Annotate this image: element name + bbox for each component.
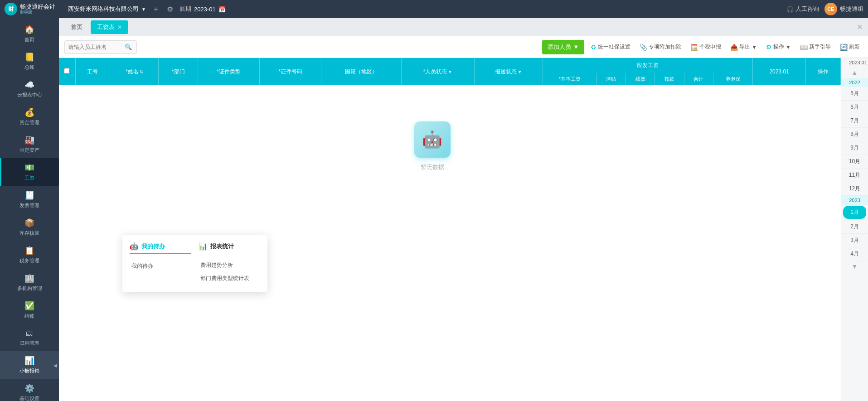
personal-tax-action[interactable]: 🧮 个税申报 <box>688 41 724 53</box>
popup-col-header-reports[interactable]: 📊 报表统计 <box>199 242 260 253</box>
select-all-checkbox[interactable] <box>64 68 70 74</box>
sidebar-item-fund[interactable]: 💰 资金管理 <box>0 103 59 130</box>
cal-month-jan[interactable]: 1月 <box>843 206 866 219</box>
export-chevron-icon: ▼ <box>752 44 757 50</box>
sidebar-item-fixed-asset[interactable]: 🏭 固定资产 <box>0 130 59 158</box>
top-header: 财 畅捷通好会计 财税版 西安虾米网络科技有限公司 ▼ ＋ ⚙ 账期 2023-… <box>0 0 868 18</box>
user-info[interactable]: CE 畅捷通组 <box>824 3 863 15</box>
settlement-icon: ✅ <box>24 301 34 311</box>
popup-col-reports: 📊 报表统计 费用趋势分析 部门费用类型统计表 <box>199 242 260 285</box>
social-security-icon: ♻ <box>591 43 596 51</box>
refresh-icon: 🔄 <box>840 43 848 51</box>
archive-icon: 🗂 <box>25 329 34 338</box>
logo-area: 财 畅捷通好会计 财税版 <box>5 3 63 15</box>
cal-month-oct[interactable]: 10月 <box>841 155 868 169</box>
sidebar-item-tax[interactable]: 📋 税务管理 <box>0 241 59 269</box>
cal-month-nov[interactable]: 11月 <box>841 169 868 182</box>
period-label: 账期 <box>179 5 191 13</box>
calendar-up-btn[interactable]: ▲ <box>841 67 868 78</box>
sidebar-item-inventory[interactable]: 📦 库存核算 <box>0 213 59 241</box>
sidebar-item-settlement[interactable]: ✅ 结账 <box>0 296 59 324</box>
calendar-year-2023[interactable]: 2023 <box>841 196 868 205</box>
empty-state: 🤖 暂无数据 <box>59 85 806 208</box>
salary-table: 工号 *姓名 ⇅ *部门 *证件类型 *证件号码 国籍（地区） *人员状态 ▼ <box>59 58 841 208</box>
add-button[interactable]: ＋ <box>150 4 161 15</box>
empty-row: 🤖 暂无数据 <box>59 85 841 208</box>
refresh-action[interactable]: 🔄 刷新 <box>837 41 863 53</box>
dropdown-arrow-icon: ▼ <box>573 43 579 50</box>
th-cert-no: *证件号码 <box>260 58 321 85</box>
calendar-year-2022[interactable]: 2022 <box>841 78 868 87</box>
operation-action[interactable]: ⚙ 操作 ▼ <box>763 41 794 53</box>
cal-month-dec[interactable]: 12月 <box>841 182 868 196</box>
toolbar: 🔍 添加人员 ▼ ♻ 统一社保设置 📎 专项附加扣除 🧮 个税申报 📤 导出 <box>59 36 868 58</box>
popup-col-header-pending[interactable]: 🤖 我的待办 <box>130 242 191 254</box>
new-guide-action[interactable]: 📖 新手引导 <box>797 41 834 53</box>
sidebar-item-cloud-report[interactable]: ☁️ 云报表中心 <box>0 75 59 103</box>
calendar-icon[interactable]: 📅 <box>218 6 226 13</box>
company-selector[interactable]: 西安虾米网络科技有限公司 ▼ <box>68 5 146 13</box>
search-icon: 🔍 <box>125 43 132 50</box>
new-guide-icon: 📖 <box>800 43 808 51</box>
personal-tax-icon: 🧮 <box>690 43 698 51</box>
inventory-icon: 📦 <box>24 218 34 228</box>
cal-month-may[interactable]: 5月 <box>841 87 868 101</box>
cal-month-aug[interactable]: 8月 <box>841 128 868 141</box>
sidebar-item-expense[interactable]: 📊 小畅报销 ◀ <box>0 351 59 379</box>
company-name: 西安虾米网络科技有限公司 <box>68 5 139 13</box>
cal-month-mar[interactable]: 3月 <box>841 234 868 247</box>
settings-button[interactable]: ⚙ <box>165 4 175 14</box>
popup-item-dept-expense[interactable]: 部门费用类型统计表 <box>199 272 260 285</box>
th-dept: *部门 <box>159 58 198 85</box>
multi-org-icon: 🏢 <box>24 273 34 283</box>
calendar-panel: 2023.01 ▲ 2022 5月 6月 7月 8月 9月 10月 11月 12… <box>841 58 868 401</box>
tab-close-icon[interactable]: ✕ <box>117 24 122 30</box>
export-action[interactable]: 📤 导出 ▼ <box>727 41 760 53</box>
calendar-header: 2023.01 <box>841 58 868 67</box>
basic-icon: ⚙️ <box>24 383 34 393</box>
empty-icon: 🤖 <box>414 121 451 158</box>
chevron-right-icon: ◀ <box>53 362 57 367</box>
expense-icon: 📊 <box>24 356 34 366</box>
main-layout: 🏠 首页 📒 总账 ☁️ 云报表中心 💰 资金管理 🏭 固定资产 💵 工资 🧾 … <box>0 18 868 401</box>
popup-item-pending[interactable]: 我的待办 <box>130 260 191 273</box>
sidebar-item-basic[interactable]: ⚙️ 基础设置 <box>0 379 59 401</box>
tab-home[interactable]: 首页 <box>64 20 89 34</box>
th-cert-type: *证件类型 <box>198 58 259 85</box>
customer-service-btn[interactable]: 🎧 人工咨询 <box>786 5 819 13</box>
report-icon: 📊 <box>199 242 208 251</box>
sidebar-item-archive[interactable]: 🗂 归档管理 <box>0 324 59 351</box>
special-deduct-action[interactable]: 📎 专项附加扣除 <box>637 41 684 53</box>
th-allowance: 津贴 <box>596 73 626 85</box>
invoice-icon: 🧾 <box>24 190 34 200</box>
table-wrap: 工号 *姓名 ⇅ *部门 *证件类型 *证件号码 国籍（地区） *人员状态 ▼ <box>59 58 841 401</box>
popup-item-expense-trend[interactable]: 费用趋势分析 <box>199 259 260 272</box>
cal-month-apr[interactable]: 4月 <box>841 247 868 261</box>
user-name: 畅捷通组 <box>840 5 863 13</box>
popup-col-pending: 🤖 我的待办 我的待办 <box>130 242 191 285</box>
sidebar-item-ledger[interactable]: 📒 总账 <box>0 48 59 75</box>
tab-salary-table[interactable]: 工资表 ✕ <box>91 20 128 34</box>
cal-month-feb[interactable]: 2月 <box>841 220 868 234</box>
pending-icon: 🤖 <box>130 242 139 251</box>
add-person-button[interactable]: 添加人员 ▼ <box>542 40 584 54</box>
cal-month-jul[interactable]: 7月 <box>841 114 868 128</box>
window-close-btn[interactable]: ✕ <box>857 23 863 31</box>
th-pension: 养老保 <box>713 73 753 85</box>
cal-month-sep[interactable]: 9月 <box>841 141 868 155</box>
sidebar-item-salary[interactable]: 💵 工资 <box>0 158 59 186</box>
th-emp-no: 工号 <box>75 58 110 85</box>
search-wrap: 🔍 <box>64 40 137 54</box>
social-security-action[interactable]: ♻ 统一社保设置 <box>588 41 633 53</box>
sidebar-item-home[interactable]: 🏠 首页 <box>0 20 59 48</box>
th-checkbox[interactable] <box>59 58 75 85</box>
calendar-down-btn[interactable]: ▼ <box>841 261 868 272</box>
sidebar: 🏠 首页 📒 总账 ☁️ 云报表中心 💰 资金管理 🏭 固定资产 💵 工资 🧾 … <box>0 18 59 401</box>
ledger-icon: 📒 <box>24 52 34 62</box>
cal-month-jun[interactable]: 6月 <box>841 101 868 114</box>
op-chevron-icon: ▼ <box>786 44 791 50</box>
sidebar-item-invoice[interactable]: 🧾 发票管理 <box>0 186 59 213</box>
content-area: 首页 工资表 ✕ ✕ 🔍 添加人员 ▼ ♻ 统一社保设置 <box>59 18 868 401</box>
search-input[interactable] <box>68 44 123 50</box>
sidebar-item-multi-org[interactable]: 🏢 多机构管理 <box>0 269 59 296</box>
